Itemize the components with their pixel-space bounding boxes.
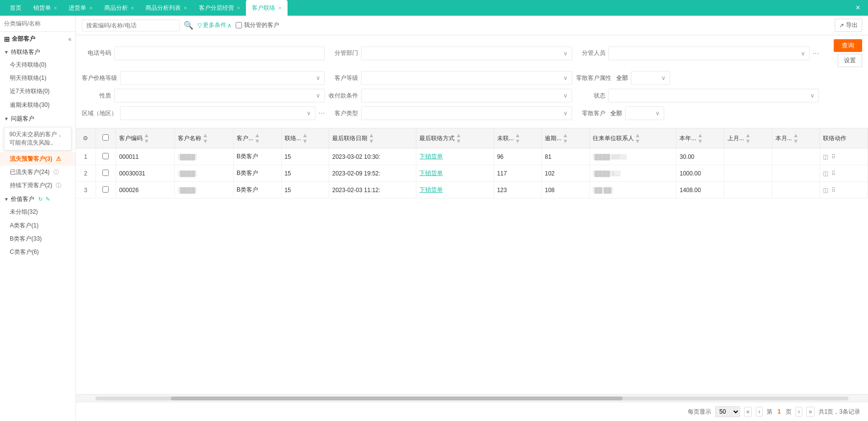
nav-tab-purchase[interactable]: 进货单 × <box>63 0 98 16</box>
customer-type-select[interactable]: ∨ <box>361 106 572 120</box>
sidebar-item-7days[interactable]: 近7天待联络(0) <box>0 85 75 98</box>
action-more-icon[interactable]: ⠿ <box>831 170 836 177</box>
row-checkbox-0[interactable] <box>102 153 109 159</box>
sort-unit-contact[interactable]: 往来单位联系人 ▲▼ <box>593 132 674 144</box>
sidebar-item-churn-warning[interactable]: 流失预警客户(3) ⚠ <box>0 152 75 166</box>
sort-notlinked[interactable]: 未联... ▲▼ <box>497 132 539 144</box>
sort-overdue[interactable]: 逾期... ▲▼ <box>545 132 586 144</box>
nav-tab-analysis-list[interactable]: 商品分析列表 × <box>140 0 193 16</box>
grade-select[interactable]: ∨ <box>361 71 572 85</box>
search-input[interactable] <box>82 20 180 31</box>
sort-contacts[interactable]: 联络... ▲▼ <box>285 132 326 144</box>
sort-lastmonth[interactable]: 上月... ▲▼ <box>727 132 769 144</box>
cell-action: ◫ ⠿ <box>820 165 868 182</box>
refresh-icon[interactable]: ↻ <box>38 196 43 202</box>
cell-checkbox[interactable] <box>96 149 116 165</box>
next-page-btn[interactable]: › <box>796 407 802 417</box>
region-more-icon[interactable]: ··· <box>318 109 325 118</box>
export-button[interactable]: ↗ 导出 <box>835 19 862 32</box>
sort-lastdate[interactable]: 最后联络日期 ▲▼ <box>332 132 413 144</box>
sidebar-search-input[interactable] <box>4 20 76 27</box>
sidebar-item-ungrouped[interactable]: 未分组(32) <box>0 205 75 219</box>
sidebar-item-tomorrow[interactable]: 明天待联络(1) <box>0 72 75 85</box>
sidebar-item-declining[interactable]: 持续下滑客户(2) ⓘ <box>0 179 75 192</box>
select-all-checkbox[interactable] <box>102 134 109 141</box>
sidebar-item-churned[interactable]: 已流失客户(24) ⓘ <box>0 166 75 179</box>
row-checkbox-2[interactable] <box>102 186 109 193</box>
th-index: ⚙ <box>76 128 96 149</box>
prev-page-btn[interactable]: ‹ <box>756 407 763 417</box>
row-checkbox-1[interactable] <box>102 170 109 176</box>
sort-code[interactable]: 客户编码 ▲▼ <box>119 132 171 144</box>
page-size-select[interactable]: 50 100 <box>715 406 740 417</box>
settings-button[interactable]: 设置 <box>838 54 862 67</box>
search-button[interactable]: 🔍 <box>184 21 193 30</box>
sidebar-all-customers[interactable]: ⊞ 全部客户 « <box>0 32 75 46</box>
sidebar-group-value-title[interactable]: ▼ 价值客户 ↻ ✎ <box>0 193 75 205</box>
price-grade-select[interactable]: ∨ <box>120 71 325 85</box>
status-select[interactable]: ∨ <box>608 89 819 102</box>
cell-notlinked: 96 <box>494 149 542 165</box>
sidebar-collapse-btn[interactable]: « <box>68 36 72 43</box>
sort-type[interactable]: 客户... ▲▼ <box>237 132 278 144</box>
column-settings-icon[interactable]: ⚙ <box>83 135 88 142</box>
horizontal-scrollbar[interactable] <box>76 394 868 402</box>
retail-attr-select[interactable]: ∨ <box>631 71 670 85</box>
edit-icon[interactable]: ✎ <box>46 196 50 202</box>
last-method-link[interactable]: 下销货单 <box>419 153 443 160</box>
sort-arrows-lastmethod: ▲▼ <box>456 132 461 144</box>
scroll-thumb[interactable] <box>171 396 623 400</box>
sort-name[interactable]: 客户名称 ▲▼ <box>178 132 230 144</box>
region-select[interactable]: ∨ <box>120 106 315 120</box>
sidebar-item-classA[interactable]: A类客户(1) <box>0 219 75 232</box>
app-close-button[interactable]: × <box>852 3 864 12</box>
last-method-link[interactable]: 下销货单 <box>419 170 443 176</box>
payment-select[interactable]: ∨ <box>361 89 572 102</box>
sort-thisyear[interactable]: 本年... ▲▼ <box>679 132 721 144</box>
action-contact-icon[interactable]: ◫ <box>823 153 828 160</box>
sort-lastmethod[interactable]: 最后联络方式 ▲▼ <box>419 132 490 144</box>
last-page-btn[interactable]: » <box>806 407 815 417</box>
close-sales-tab[interactable]: × <box>54 5 57 11</box>
nav-tab-analysis[interactable]: 商品分析 × <box>98 0 140 16</box>
retail-select[interactable]: ∨ <box>625 106 664 120</box>
sort-thismonth[interactable]: 本月... ▲▼ <box>775 132 817 144</box>
sidebar-item-classB[interactable]: B类客户(33) <box>0 232 75 246</box>
nav-tab-sales[interactable]: 销货单 × <box>27 0 63 16</box>
nav-tab-home[interactable]: 首页 <box>4 0 27 16</box>
arrow-icon2: ▼ <box>4 116 9 122</box>
more-conditions-button[interactable]: ▽ 更多条件 ∧ <box>197 21 232 29</box>
action-contact-icon[interactable]: ◫ <box>823 170 828 177</box>
phone-input[interactable] <box>114 47 325 60</box>
first-page-btn[interactable]: « <box>744 407 752 417</box>
action-more-icon[interactable]: ⠿ <box>831 153 836 160</box>
sidebar-item-classC[interactable]: C类客户(6) <box>0 246 75 259</box>
nav-tab-customer-contact[interactable]: 客户联络 × <box>246 0 287 16</box>
sidebar-group-pending-title[interactable]: ▼ 待联络客户 <box>0 46 75 58</box>
nav-tab-customer-layer[interactable]: 客户分层经营 × <box>193 0 246 16</box>
cell-checkbox[interactable] <box>96 182 116 198</box>
close-customer-contact-tab[interactable]: × <box>278 5 281 11</box>
th-thismonth: 本月... ▲▼ <box>772 128 820 149</box>
warning-icon: ⚠ <box>56 155 61 162</box>
close-analysis-tab[interactable]: × <box>131 5 134 11</box>
query-button[interactable]: 查询 <box>834 39 862 52</box>
last-method-link[interactable]: 下销货单 <box>419 186 443 193</box>
sidebar-item-today[interactable]: 今天待联络(0) <box>0 58 75 72</box>
close-customer-layer-tab[interactable]: × <box>237 5 240 11</box>
cell-checkbox[interactable] <box>96 165 116 182</box>
cell-overdue: 81 <box>542 149 590 165</box>
action-more-icon[interactable]: ⠿ <box>831 187 836 194</box>
close-analysis-list-tab[interactable]: × <box>184 5 187 11</box>
close-purchase-tab[interactable]: × <box>89 5 92 11</box>
my-customers-check[interactable] <box>236 22 242 28</box>
sidebar-item-overdue[interactable]: 逾期未联络(30) <box>0 99 75 112</box>
sort-arrows-notlinked: ▲▼ <box>515 132 521 144</box>
person-select[interactable]: ∨ <box>608 47 810 60</box>
person-more-icon[interactable]: ··· <box>813 49 819 58</box>
my-customers-checkbox[interactable]: 我分管的客户 <box>236 21 279 29</box>
action-contact-icon[interactable]: ◫ <box>823 187 828 194</box>
dept-select[interactable]: ∨ <box>361 47 572 60</box>
sidebar-group-problem-title[interactable]: ▼ 问题客户 <box>0 113 75 125</box>
nature-select[interactable]: ∨ <box>114 89 325 102</box>
